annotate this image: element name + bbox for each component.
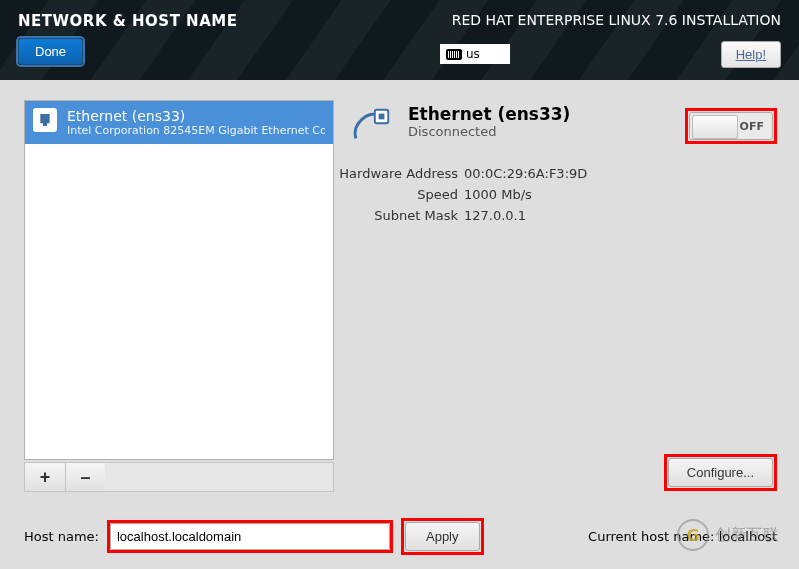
current-hostname-value: localhost xyxy=(719,529,777,544)
help-button[interactable]: Help! xyxy=(721,41,781,68)
detail-properties: Hardware Address 00:0C:29:6A:F3:9D Speed… xyxy=(338,166,777,223)
keyboard-icon xyxy=(446,49,462,60)
subnet-mask-value: 127.0.0.1 xyxy=(464,208,777,223)
interface-add-remove-bar: + – xyxy=(24,462,334,492)
apply-button[interactable]: Apply xyxy=(405,522,480,551)
highlight-apply: Apply xyxy=(401,518,484,555)
hostname-label: Host name: xyxy=(24,529,99,544)
subnet-mask-label: Subnet Mask xyxy=(338,208,458,223)
remove-interface-button[interactable]: – xyxy=(65,463,105,491)
toggle-label: OFF xyxy=(740,120,764,133)
ethernet-icon xyxy=(33,108,57,132)
highlight-toggle: OFF xyxy=(685,108,777,144)
hw-address-value: 00:0C:29:6A:F3:9D xyxy=(464,166,777,181)
hostname-input[interactable] xyxy=(110,523,390,550)
keyboard-layout-indicator[interactable]: us xyxy=(440,44,510,64)
ethernet-big-icon xyxy=(348,104,394,150)
speed-value: 1000 Mb/s xyxy=(464,187,777,202)
interface-on-off-toggle[interactable]: OFF xyxy=(689,112,773,140)
speed-label: Speed xyxy=(338,187,458,202)
highlight-configure: Configure... xyxy=(664,454,777,491)
current-hostname-label: Current host name: xyxy=(588,529,714,544)
current-hostname: Current host name: localhost xyxy=(588,529,777,544)
keyboard-layout-label: us xyxy=(466,47,480,61)
hw-address-label: Hardware Address xyxy=(338,166,458,181)
interface-subtitle: Intel Corporation 82545EM Gigabit Ethern… xyxy=(67,124,325,137)
interface-list[interactable]: Ethernet (ens33) Intel Corporation 82545… xyxy=(24,100,334,460)
interface-name: Ethernet (ens33) xyxy=(67,108,325,124)
done-button[interactable]: Done xyxy=(18,38,83,65)
add-interface-button[interactable]: + xyxy=(25,463,65,491)
top-bar: NETWORK & HOST NAME RED HAT ENTERPRISE L… xyxy=(0,0,799,80)
installer-title: RED HAT ENTERPRISE LINUX 7.6 INSTALLATIO… xyxy=(452,12,781,28)
hostname-row: Host name: Apply Current host name: loca… xyxy=(24,518,777,555)
svg-rect-1 xyxy=(379,114,385,120)
configure-button[interactable]: Configure... xyxy=(668,458,773,487)
interface-list-item[interactable]: Ethernet (ens33) Intel Corporation 82545… xyxy=(25,101,333,144)
highlight-hostname-input xyxy=(107,520,393,553)
